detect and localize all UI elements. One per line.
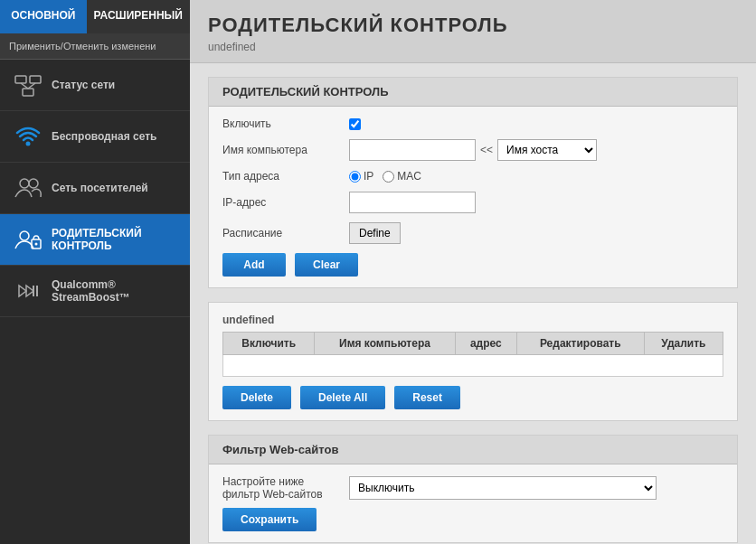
parental-control-icon [14, 225, 43, 254]
mac-label: MAC [397, 170, 421, 183]
save-btn-row: Сохранить [222, 508, 723, 531]
apply-label: Применить/Отменить изменени [9, 41, 156, 52]
page-subtitle: undefined [208, 41, 738, 53]
computer-name-row: Имя компьютера << Имя хоста [222, 139, 723, 161]
svg-marker-11 [19, 286, 26, 296]
svg-rect-1 [30, 76, 41, 83]
col-delete: Удалить [644, 333, 723, 355]
arrow-label: << [480, 144, 493, 156]
col-address: адрес [455, 333, 516, 355]
sidebar-label-guest-network: Сеть посетителей [52, 182, 148, 194]
ip-radio-label[interactable]: IP [349, 170, 373, 183]
guest-network-icon [14, 174, 43, 202]
svg-point-5 [26, 142, 31, 146]
schedule-row: Расписание Define [222, 222, 723, 244]
address-type-row: Тип адреса IP MAC [222, 170, 723, 183]
web-filter-select[interactable]: Выключить [349, 476, 657, 500]
svg-point-10 [35, 243, 38, 246]
sidebar-label-network-status: Статус сети [52, 79, 115, 91]
sidebar-item-parental-control[interactable]: РОДИТЕЛЬСКИЙ КОНТРОЛЬ [0, 214, 190, 266]
web-filter-row: Настройте ниже фильтр Web-сайтов Выключи… [222, 475, 723, 501]
web-filter-panel: Фильтр Web-сайтов Настройте ниже фильтр … [208, 435, 738, 543]
sidebar-item-network-status[interactable]: Статус сети [0, 60, 190, 111]
svg-line-3 [21, 83, 28, 89]
web-filter-label: Настройте ниже фильтр Web-сайтов [222, 475, 340, 501]
table-section-title: undefined [222, 314, 723, 326]
sidebar-item-streamboost[interactable]: Qualcomm® StreamBoost™ [0, 266, 190, 317]
computer-name-input[interactable] [349, 139, 476, 161]
web-filter-panel-body: Настройте ниже фильтр Web-сайтов Выключи… [209, 464, 737, 542]
svg-rect-0 [15, 76, 26, 83]
col-computer-name: Имя компьютера [315, 333, 455, 355]
parental-control-panel: РОДИТЕЛЬСКИЙ КОНТРОЛЬ Включить Имя компь… [208, 77, 738, 288]
network-status-icon [14, 70, 43, 99]
sidebar-label-parental-control: РОДИТЕЛЬСКИЙ КОНТРОЛЬ [52, 227, 176, 252]
web-filter-panel-header: Фильтр Web-сайтов [209, 436, 737, 464]
col-edit: Редактировать [516, 333, 644, 355]
add-button[interactable]: Add [222, 253, 286, 277]
enable-label: Включить [222, 117, 340, 130]
content-area: РОДИТЕЛЬСКИЙ КОНТРОЛЬ Включить Имя компь… [190, 63, 756, 544]
save-button[interactable]: Сохранить [222, 508, 317, 531]
table-panel-body: undefined Включить Имя компьютера адрес … [209, 303, 737, 420]
wireless-icon [14, 122, 43, 151]
parental-table: Включить Имя компьютера адрес Редактиров… [222, 332, 723, 377]
sidebar-label-wireless: Беспроводная сеть [52, 130, 156, 143]
table-empty-row [223, 355, 723, 377]
sidebar-tabs: ОСНОВНОЙ РАСШИРЕННЫЙ [0, 0, 190, 33]
sidebar-item-guest-network[interactable]: Сеть посетителей [0, 163, 190, 214]
tab-basic[interactable]: ОСНОВНОЙ [0, 0, 87, 33]
add-clear-btn-row: Add Clear [222, 253, 723, 277]
host-name-select[interactable]: Имя хоста [497, 139, 597, 161]
delete-all-button[interactable]: Delete All [300, 386, 385, 409]
parental-control-panel-body: Включить Имя компьютера << Имя хоста [209, 107, 737, 287]
schedule-label: Расписание [222, 227, 340, 239]
sidebar-item-wireless[interactable]: Беспроводная сеть [0, 111, 190, 163]
mac-radio-label[interactable]: MAC [383, 170, 421, 183]
host-select-group: << Имя хоста [349, 139, 597, 161]
main-content: РОДИТЕЛЬСКИЙ КОНТРОЛЬ undefined РОДИТЕЛЬ… [190, 0, 756, 544]
delete-button[interactable]: Delete [222, 386, 291, 409]
parental-control-panel-header: РОДИТЕЛЬСКИЙ КОНТРОЛЬ [209, 78, 737, 107]
ip-radio[interactable] [349, 171, 361, 183]
define-button[interactable]: Define [349, 222, 401, 244]
page-header: РОДИТЕЛЬСКИЙ КОНТРОЛЬ undefined [190, 0, 756, 63]
ip-address-label: IP-адрес [222, 196, 340, 209]
streamboost-icon [14, 277, 43, 305]
tab-advanced[interactable]: РАСШИРЕННЫЙ [87, 0, 190, 33]
table-btn-row: Delete Delete All Reset [222, 386, 723, 409]
computer-name-label: Имя компьютера [222, 144, 340, 156]
svg-point-6 [20, 179, 29, 188]
radio-group: IP MAC [349, 170, 421, 183]
col-enable: Включить [223, 333, 315, 355]
enable-row: Включить [222, 117, 723, 130]
svg-point-8 [20, 231, 29, 240]
svg-line-4 [28, 83, 35, 89]
ip-address-row: IP-адрес [222, 192, 723, 213]
ip-label: IP [364, 170, 373, 183]
reset-button[interactable]: Reset [394, 386, 460, 409]
table-panel: undefined Включить Имя компьютера адрес … [208, 302, 738, 421]
sidebar-label-streamboost: Qualcomm® StreamBoost™ [52, 278, 176, 304]
page-title: РОДИТЕЛЬСКИЙ КОНТРОЛЬ [208, 14, 738, 37]
address-type-label: Тип адреса [222, 170, 340, 183]
table-header-row: Включить Имя компьютера адрес Редактиров… [223, 333, 723, 355]
sidebar: ОСНОВНОЙ РАСШИРЕННЫЙ Применить/Отменить … [0, 0, 190, 544]
ip-address-input[interactable] [349, 192, 476, 213]
svg-point-7 [29, 179, 38, 188]
svg-rect-2 [23, 89, 33, 96]
enable-checkbox[interactable] [349, 118, 361, 130]
apply-bar: Применить/Отменить изменени [0, 33, 190, 60]
clear-button[interactable]: Clear [295, 253, 358, 277]
mac-radio[interactable] [383, 171, 394, 183]
